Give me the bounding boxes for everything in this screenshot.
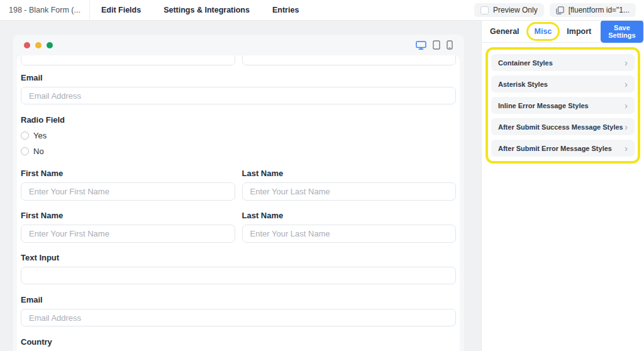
tablet-preview-button[interactable] — [433, 40, 440, 50]
radio-option-label: No — [33, 147, 44, 156]
clipped-input-left[interactable] — [21, 55, 235, 65]
sidebar-tabbar: General Misc Import Save Settings — [482, 21, 644, 43]
field-label: Last Name — [242, 211, 457, 220]
field-label: First Name — [21, 211, 235, 220]
tab-general[interactable]: General — [490, 27, 519, 36]
accordion-label: Inline Error Message Styles — [498, 102, 589, 109]
field-label: Last Name — [242, 169, 457, 178]
accordion-label: After Submit Success Message Styles — [498, 123, 623, 131]
last-name-input[interactable] — [242, 182, 457, 201]
copy-document-icon — [556, 6, 564, 14]
preview-only-label: Preview Only — [493, 6, 538, 14]
accordion-item-after-submit-error-message-styles[interactable]: After Submit Error Message Styles › — [491, 140, 635, 157]
tablet-icon — [433, 40, 440, 50]
tab-import[interactable]: Import — [567, 27, 591, 36]
email-input[interactable] — [21, 309, 456, 326]
form-preview-panel: Email Radio Field Yes No Firs — [17, 55, 460, 351]
email-input[interactable] — [21, 87, 456, 104]
radio-option-label: Yes — [33, 131, 47, 140]
form-preview-card: Email Radio Field Yes No Firs — [13, 35, 464, 351]
last-name-input[interactable] — [242, 225, 457, 243]
nav-item-entries[interactable]: Entries — [261, 0, 310, 20]
radio-option-yes[interactable]: Yes — [21, 131, 456, 140]
text-input[interactable] — [21, 267, 456, 284]
preview-only-toggle[interactable]: Preview Only — [474, 3, 544, 17]
save-settings-button[interactable]: Save Settings — [601, 20, 643, 43]
chevron-right-icon: › — [625, 101, 628, 110]
field-label: Email — [21, 73, 456, 82]
chevron-right-icon: › — [625, 123, 628, 131]
accordion-item-after-submit-success-message-styles[interactable]: After Submit Success Message Styles › — [491, 118, 635, 135]
field-label: First Name — [21, 169, 235, 178]
shortcode-label: [fluentform id="1... — [569, 6, 630, 14]
field-text-input: Text Input — [21, 253, 456, 284]
accordion-label: Asterisk Styles — [498, 81, 548, 88]
desktop-preview-button[interactable] — [416, 41, 426, 50]
misc-style-sections: Container Styles › Asterisk Styles › Inl… — [486, 47, 640, 164]
field-radio: Radio Field Yes No — [21, 115, 456, 156]
nav-item-settings-integrations[interactable]: Settings & Integrations — [152, 0, 261, 20]
preview-card-header — [13, 35, 464, 55]
clipped-field-row — [21, 55, 456, 65]
topbar-right: Preview Only [fluentform id="1... — [474, 3, 644, 17]
field-name-row: First Name Last Name — [21, 169, 456, 201]
shortcode-button[interactable]: [fluentform id="1... — [550, 3, 636, 17]
chevron-right-icon: › — [625, 80, 628, 89]
field-label: Email — [21, 295, 456, 304]
mobile-icon — [447, 40, 453, 50]
accordion-item-container-styles[interactable]: Container Styles › — [491, 54, 635, 71]
radio-option-no[interactable]: No — [21, 147, 456, 156]
field-label: Country — [21, 337, 456, 347]
nav-item-edit-fields[interactable]: Edit Fields — [90, 0, 152, 20]
radio-button-icon[interactable] — [21, 131, 29, 140]
mobile-preview-button[interactable] — [447, 40, 453, 50]
first-name-input[interactable] — [21, 225, 235, 243]
accordion-label: Container Styles — [498, 59, 553, 67]
first-name-input[interactable] — [21, 182, 235, 201]
chevron-right-icon: › — [625, 58, 628, 67]
preview-only-checkbox[interactable] — [480, 6, 489, 14]
field-name-row: First Name Last Name — [21, 211, 456, 243]
device-preview-switcher — [416, 40, 453, 50]
window-dot-red-icon — [24, 42, 30, 48]
window-dot-green-icon — [47, 42, 53, 48]
form-title: 198 - Blank Form (... — [9, 6, 80, 14]
settings-sidebar: General Misc Import Save Settings Contai… — [481, 21, 644, 351]
accordion-item-inline-error-message-styles[interactable]: Inline Error Message Styles › — [491, 97, 635, 114]
top-navigation: Edit Fields Settings & Integrations Entr… — [90, 0, 310, 20]
chevron-right-icon: › — [625, 144, 628, 153]
window-dot-yellow-icon — [35, 42, 42, 48]
field-label: Text Input — [21, 253, 456, 262]
accordion-label: After Submit Error Message Styles — [498, 145, 612, 152]
field-label: Radio Field — [21, 115, 456, 125]
field-country: Country — [21, 337, 456, 351]
topbar: 198 - Blank Form (... Edit Fields Settin… — [0, 0, 644, 21]
accordion-item-asterisk-styles[interactable]: Asterisk Styles › — [491, 75, 635, 92]
radio-button-icon[interactable] — [21, 147, 29, 155]
tab-misc[interactable]: Misc — [526, 22, 560, 41]
window-dots — [24, 42, 53, 48]
form-title-tab[interactable]: 198 - Blank Form (... — [0, 0, 90, 20]
workspace: Email Radio Field Yes No Firs — [0, 21, 481, 351]
field-email: Email — [21, 73, 456, 104]
desktop-icon — [416, 41, 426, 50]
field-email: Email — [21, 295, 456, 326]
clipped-input-right[interactable] — [242, 55, 457, 65]
